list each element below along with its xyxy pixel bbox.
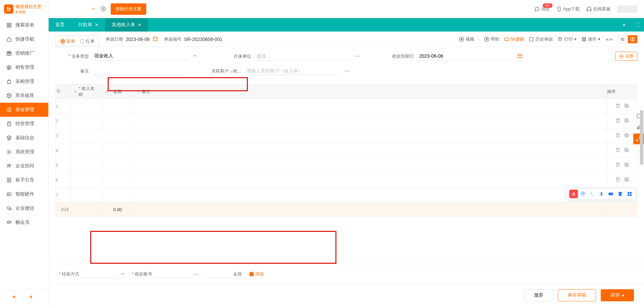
settings-icon[interactable] <box>101 6 106 12</box>
calendar-icon[interactable] <box>517 53 523 59</box>
next-doc-icon[interactable]: ▶ <box>610 37 613 42</box>
delete-row-icon[interactable] <box>615 133 621 139</box>
view-list-icon[interactable] <box>618 35 627 43</box>
tab-0[interactable]: 首页 <box>49 18 71 32</box>
business-type-input[interactable] <box>94 52 187 60</box>
table-row[interactable]: 3 <box>56 129 637 143</box>
view-card-icon[interactable] <box>628 35 637 43</box>
print-link[interactable]: 打印▾ <box>557 36 577 42</box>
sidebar-item-11[interactable]: 新手引导 <box>0 173 48 187</box>
prev-doc-icon[interactable]: ◀ <box>605 37 608 42</box>
doc-date-value[interactable]: 2023-06-06 <box>126 37 150 42</box>
cell-name[interactable] <box>70 129 102 143</box>
save-draft-button[interactable]: 保存草稿 <box>558 289 596 301</box>
scrollbar[interactable] <box>640 110 643 165</box>
chevron-down-icon[interactable] <box>192 53 198 59</box>
history-link[interactable]: 历史单据 <box>529 36 553 42</box>
cell-amount[interactable] <box>102 173 133 188</box>
sidebar-item-2[interactable]: 营销推广 <box>0 46 48 60</box>
table-row[interactable]: 6 <box>56 173 637 188</box>
settle-amount-input[interactable] <box>206 270 243 278</box>
avatar[interactable] <box>617 5 637 13</box>
cell-remark[interactable] <box>133 158 607 173</box>
cell-amount[interactable] <box>102 129 133 143</box>
cell-name[interactable] <box>70 173 102 188</box>
table-row[interactable]: 1 <box>56 99 637 114</box>
settings-button[interactable]: 设置 <box>615 52 637 61</box>
cell-name[interactable] <box>70 143 102 158</box>
ime-keyboard-icon[interactable] <box>607 191 614 197</box>
tab-1[interactable]: 付款单✕ <box>71 18 105 32</box>
cell-remark[interactable] <box>133 188 607 202</box>
trial-button[interactable]: 体验行业方案 <box>111 3 146 15</box>
cell-amount[interactable] <box>102 143 133 158</box>
partner-input[interactable] <box>256 52 350 60</box>
copy-row-icon[interactable] <box>624 133 629 139</box>
add-settlement-button[interactable]: + 添加 <box>249 271 264 277</box>
cell-amount[interactable] <box>102 188 133 202</box>
cell-remark[interactable] <box>133 99 607 114</box>
sidebar-item-6[interactable]: 资金管理 <box>0 103 48 117</box>
settle-account-input[interactable] <box>154 270 191 278</box>
ops-link[interactable]: 操作▾ <box>581 36 600 42</box>
sidebar-item-0[interactable]: 搜索菜单 <box>0 18 48 32</box>
shortcut-link[interactable]: 快捷键 <box>504 36 524 42</box>
table-row[interactable]: 5 <box>56 158 637 173</box>
org-chevron-icon[interactable] <box>91 6 96 12</box>
sidebar-item-13[interactable]: 企业微信 <box>0 201 48 215</box>
support-link[interactable]: 在线客服 <box>586 6 610 12</box>
radio-red[interactable]: 红单 <box>80 38 95 44</box>
cell-amount[interactable] <box>102 99 133 114</box>
calendar-icon[interactable] <box>153 36 158 42</box>
sound-icon[interactable] <box>29 294 37 302</box>
app-download-link[interactable]: App下载 <box>556 6 580 12</box>
ime-lang[interactable]: 中 <box>581 191 586 198</box>
sidebar-item-12[interactable]: 智能硬件 <box>0 187 48 201</box>
org-name[interactable] <box>55 5 86 14</box>
sidebar-item-3[interactable]: 销售管理 <box>0 60 48 74</box>
ime-toolbar[interactable]: S 中 °, <box>566 188 636 200</box>
delete-row-icon[interactable] <box>615 118 621 124</box>
tab-close-icon[interactable]: ✕ <box>95 22 98 27</box>
sidebar-item-10[interactable]: 企业协同 <box>0 159 48 173</box>
customer-input[interactable] <box>246 67 340 75</box>
cell-name[interactable] <box>70 99 102 114</box>
due-date-input[interactable] <box>419 52 513 60</box>
ime-punct-icon[interactable]: °, <box>589 191 595 197</box>
tab-close-icon[interactable]: ✕ <box>138 22 141 27</box>
delete-row-icon[interactable] <box>615 162 621 168</box>
copy-row-icon[interactable] <box>624 118 629 124</box>
cell-remark[interactable] <box>133 143 607 158</box>
help-link[interactable]: ?帮助 <box>484 36 499 42</box>
cell-remark[interactable] <box>133 173 607 188</box>
copy-row-icon[interactable] <box>624 177 629 183</box>
sidebar-item-7[interactable]: 经营管理 <box>0 117 48 131</box>
remark-input[interactable] <box>94 67 187 75</box>
chevron-down-icon[interactable] <box>120 271 125 277</box>
copy-row-icon[interactable] <box>624 103 629 109</box>
cell-name[interactable] <box>70 114 102 129</box>
col-amount[interactable]: ▲▼金额 <box>102 84 133 99</box>
cell-name[interactable] <box>70 158 102 173</box>
radio-blue[interactable]: 蓝单 <box>60 38 75 44</box>
more-icon[interactable]: ••• <box>193 272 199 277</box>
ime-mic-icon[interactable] <box>598 191 605 197</box>
delete-row-icon[interactable] <box>615 103 621 109</box>
more-icon[interactable]: ••• <box>355 54 360 59</box>
more-icon[interactable]: ••• <box>344 68 350 73</box>
tab-expand-icon[interactable]: ⛶ <box>631 18 644 32</box>
save-button[interactable]: 保存▾ <box>601 289 634 301</box>
delete-row-icon[interactable] <box>615 177 621 183</box>
copy-row-icon[interactable] <box>624 147 629 154</box>
sidebar-item-14[interactable]: 畅会员 <box>0 215 48 230</box>
cell-remark[interactable] <box>133 129 607 143</box>
col-name[interactable]: ▲▼收入名称 <box>70 84 102 99</box>
video-link[interactable]: 视频 <box>459 36 474 42</box>
cell-amount[interactable] <box>102 158 133 173</box>
sidebar-item-4[interactable]: 采购管理 <box>0 74 48 89</box>
messages-link[interactable]: 消息 99+ <box>534 6 550 12</box>
table-row[interactable]: 7 <box>56 188 637 202</box>
cell-name[interactable] <box>70 188 102 202</box>
sidebar-item-9[interactable]: 系统管理 <box>0 145 48 159</box>
cell-remark[interactable] <box>133 114 607 129</box>
